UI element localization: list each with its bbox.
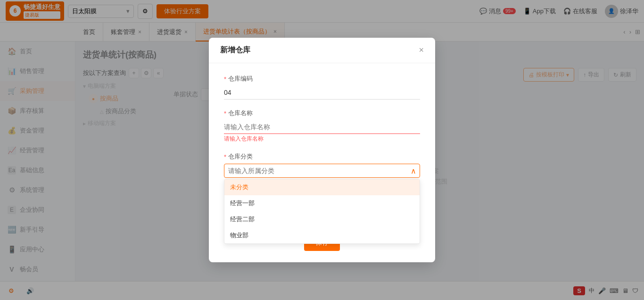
- name-label: * 仓库名称: [224, 109, 420, 117]
- modal-title: 新增仓库: [220, 45, 250, 55]
- dropdown-item-property[interactable]: 物业部: [224, 227, 420, 243]
- category-input[interactable]: [224, 164, 420, 178]
- category-required-star: *: [224, 153, 226, 160]
- dropdown-item-none[interactable]: 未分类: [224, 179, 420, 195]
- name-field-row: * 仓库名称 请输入仓库名称: [224, 109, 420, 143]
- new-warehouse-modal: 新增仓库 × * 仓库编码 * 仓库名称 请输入仓库名称: [209, 38, 435, 262]
- category-label: * 仓库分类: [224, 152, 420, 161]
- code-required-star: *: [224, 75, 226, 83]
- modal-body: * 仓库编码 * 仓库名称 请输入仓库名称 * 仓库分类: [209, 63, 435, 229]
- name-required-star: *: [224, 110, 226, 117]
- category-field-row: * 仓库分类 ∧ 未分类 经营一部 经营二部 物业部: [224, 152, 420, 178]
- modal-close-button[interactable]: ×: [419, 45, 424, 55]
- name-input[interactable]: [224, 120, 420, 134]
- code-input[interactable]: [224, 86, 420, 100]
- category-select-wrap: ∧: [224, 164, 420, 178]
- code-label: * 仓库编码: [224, 75, 420, 83]
- name-error-text: 请输入仓库名称: [224, 135, 420, 143]
- dropdown-item-ops1[interactable]: 经营一部: [224, 195, 420, 211]
- code-field-row: * 仓库编码: [224, 75, 420, 100]
- modal-header: 新增仓库 ×: [209, 38, 435, 63]
- dropdown-item-ops2[interactable]: 经营二部: [224, 211, 420, 227]
- modal-overlay: 新增仓库 × * 仓库编码 * 仓库名称 请输入仓库名称: [0, 0, 644, 300]
- category-dropdown: 未分类 经营一部 经营二部 物业部: [224, 179, 420, 244]
